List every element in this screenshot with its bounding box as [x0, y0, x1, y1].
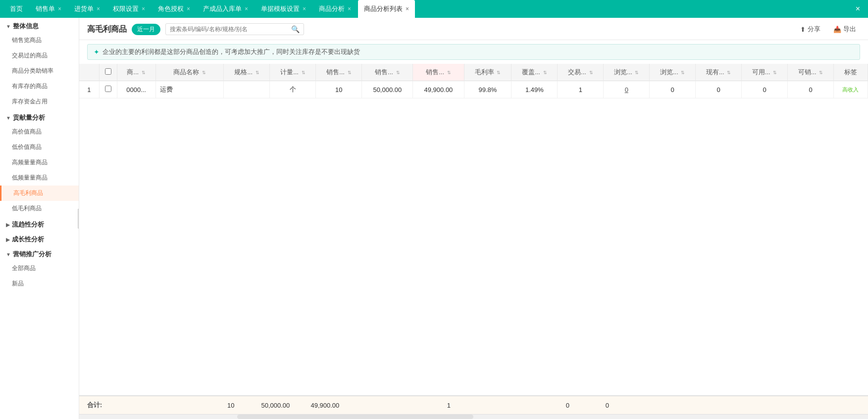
td-name: 运费: [155, 81, 224, 98]
close-analysis-tab[interactable]: ×: [348, 5, 351, 12]
tip-bar: ✦ 企业的主要的利润都是这部分商品创造的，可考虑加大推广，同时关注库存是不要出现…: [87, 44, 860, 60]
td-index: 1: [79, 81, 99, 98]
footer-current: 0: [548, 402, 587, 409]
th-sales3[interactable]: 销售... ⇅: [413, 64, 464, 81]
th-spec[interactable]: 规格... ⇅: [224, 64, 270, 81]
search-input[interactable]: [170, 26, 291, 33]
search-icon[interactable]: 🔍: [291, 25, 300, 33]
th-saleable[interactable]: 可销... ⇅: [788, 64, 834, 81]
sidebar-item-high-value[interactable]: 高价值商品: [0, 124, 79, 140]
close-sales-tab[interactable]: ×: [58, 5, 61, 12]
sort-icon-browse1: ⇅: [635, 70, 639, 75]
nav-template[interactable]: 单据模板设置 ×: [255, 0, 312, 18]
th-code[interactable]: 商... ⇅: [117, 64, 155, 81]
close-purchase-tab[interactable]: ×: [97, 5, 100, 12]
nav-permissions[interactable]: 权限设置 ×: [107, 0, 151, 18]
filter-recent-month-button[interactable]: 近一月: [132, 24, 160, 35]
footer-spacer2: [350, 402, 389, 409]
export-button[interactable]: 📥 导出: [829, 23, 860, 36]
sidebar-item-stock-capital[interactable]: 库存资金占用: [0, 94, 79, 109]
td-unit: 个: [270, 81, 316, 98]
footer-spacer5: [508, 402, 548, 409]
sidebar-item-low-value[interactable]: 低价值商品: [0, 140, 79, 155]
sort-icon-transactions: ⇅: [589, 70, 593, 75]
nav-purchase[interactable]: 进货单 ×: [68, 0, 106, 18]
td-code: 0000...: [117, 81, 155, 98]
sort-icon-unit: ⇅: [302, 70, 306, 75]
th-sales1[interactable]: 销售... ⇅: [316, 64, 362, 81]
sidebar-item-all-products[interactable]: 全部商品: [0, 261, 79, 276]
nav-analysis-list[interactable]: 商品分析列表 ×: [358, 0, 415, 18]
nav-home[interactable]: 首页: [4, 0, 29, 18]
footer-sales2: 50,000.00: [251, 402, 300, 409]
th-coverage[interactable]: 覆盖... ⇅: [511, 64, 558, 81]
content-header: 高毛利商品 近一月 🔍 ⬆ 分享 📥 导出: [79, 18, 868, 40]
close-analysis-list-tab[interactable]: ×: [406, 5, 409, 12]
sort-icon-name: ⇅: [202, 70, 206, 75]
sidebar-group-contribution[interactable]: ▼ 贡献量分析: [0, 109, 79, 124]
th-browse1[interactable]: 浏览... ⇅: [604, 64, 650, 81]
horizontal-scrollbar[interactable]: [79, 414, 868, 419]
th-unit[interactable]: 计量... ⇅: [270, 64, 316, 81]
sidebar-item-new-products[interactable]: 新品: [0, 276, 79, 291]
footer-total: 合计: 10 50,000.00 49,900.00 1 0 0: [79, 395, 868, 414]
nav-product-inbound[interactable]: 产成品入库单 ×: [197, 0, 254, 18]
row-checkbox[interactable]: [105, 86, 111, 92]
search-box: 🔍: [165, 23, 304, 35]
sidebar-collapse-button[interactable]: 《: [78, 209, 79, 229]
sort-icon-sales2: ⇅: [396, 70, 400, 75]
arrow-icon-5: ▼: [6, 252, 11, 257]
window-close-button[interactable]: ×: [852, 4, 864, 13]
main-layout: 《 ▼ 整体信息 销售览商品 交易过的商品 商品分类助销率 有库存的商品 库存资…: [0, 18, 868, 419]
close-roles-tab[interactable]: ×: [187, 5, 190, 12]
th-current[interactable]: 现有... ⇅: [696, 64, 742, 81]
sidebar-item-category-rate[interactable]: 商品分类助销率: [0, 63, 79, 79]
sidebar-group-trend[interactable]: ▶ 流趋性分析: [0, 216, 79, 231]
th-tag[interactable]: 标签: [833, 64, 868, 81]
close-template-tab[interactable]: ×: [303, 5, 306, 12]
nav-roles[interactable]: 角色授权 ×: [152, 0, 196, 18]
table-row: 1 0000... 运费 个 10 50,000.00 49,900.00 99…: [79, 81, 868, 98]
sidebar-item-in-stock[interactable]: 有库存的商品: [0, 79, 79, 94]
sidebar-group-overall[interactable]: ▼ 整体信息: [0, 18, 79, 33]
content-area: 高毛利商品 近一月 🔍 ⬆ 分享 📥 导出 ✦ 企业的主要的利润都是这部分商品创…: [79, 18, 868, 419]
sidebar-item-low-margin[interactable]: 低毛利商品: [0, 201, 79, 216]
footer-values: 10 50,000.00 49,900.00 1 0 0: [112, 402, 860, 409]
export-icon: 📥: [833, 26, 841, 33]
sidebar-item-traded[interactable]: 交易过的商品: [0, 48, 79, 63]
th-transactions[interactable]: 交易... ⇅: [558, 64, 604, 81]
sidebar-item-high-freq[interactable]: 高频量量商品: [0, 155, 79, 170]
select-all-checkbox[interactable]: [105, 68, 111, 75]
arrow-icon: ▼: [6, 24, 11, 29]
share-button[interactable]: ⬆ 分享: [796, 23, 824, 36]
close-product-inbound-tab[interactable]: ×: [245, 5, 248, 12]
browse1-link[interactable]: 0: [625, 86, 628, 93]
sort-icon-spec: ⇅: [255, 70, 259, 75]
td-sales3: 49,900.00: [413, 81, 464, 98]
sort-icon-coverage: ⇅: [543, 70, 547, 75]
sidebar-item-high-margin[interactable]: 高毛利商品: [0, 186, 79, 201]
close-permissions-tab[interactable]: ×: [142, 5, 145, 12]
footer-sales1: 10: [211, 402, 251, 409]
table-header-row: 商... ⇅ 商品名称 ⇅ 规格... ⇅ 计量...: [79, 64, 868, 81]
nav-analysis[interactable]: 商品分析 ×: [313, 0, 357, 18]
th-index: [79, 64, 99, 81]
table-container: 商... ⇅ 商品名称 ⇅ 规格... ⇅ 计量...: [79, 64, 868, 395]
sort-icon-saleable: ⇅: [819, 70, 823, 75]
td-coverage: 1.49%: [511, 81, 558, 98]
sort-icon-margin: ⇅: [497, 70, 501, 75]
sidebar-group-marketing[interactable]: ▼ 营销推广分析: [0, 246, 79, 261]
sidebar-item-sales-browse[interactable]: 销售览商品: [0, 33, 79, 48]
th-browse2[interactable]: 浏览... ⇅: [650, 64, 696, 81]
td-browse1[interactable]: 0: [604, 81, 650, 98]
sidebar-item-low-freq[interactable]: 低频量量商品: [0, 170, 79, 186]
th-sales2[interactable]: 销售... ⇅: [362, 64, 413, 81]
sidebar-group-growth[interactable]: ▶ 成长性分析: [0, 231, 79, 246]
footer-spacer3: [389, 402, 429, 409]
nav-sales[interactable]: 销售单 ×: [30, 0, 67, 18]
th-available[interactable]: 可用... ⇅: [742, 64, 788, 81]
th-name[interactable]: 商品名称 ⇅: [155, 64, 224, 81]
td-gross-margin: 99.8%: [464, 81, 511, 98]
th-gross-margin[interactable]: 毛利率 ⇅: [464, 64, 511, 81]
td-browse2: 0: [650, 81, 696, 98]
